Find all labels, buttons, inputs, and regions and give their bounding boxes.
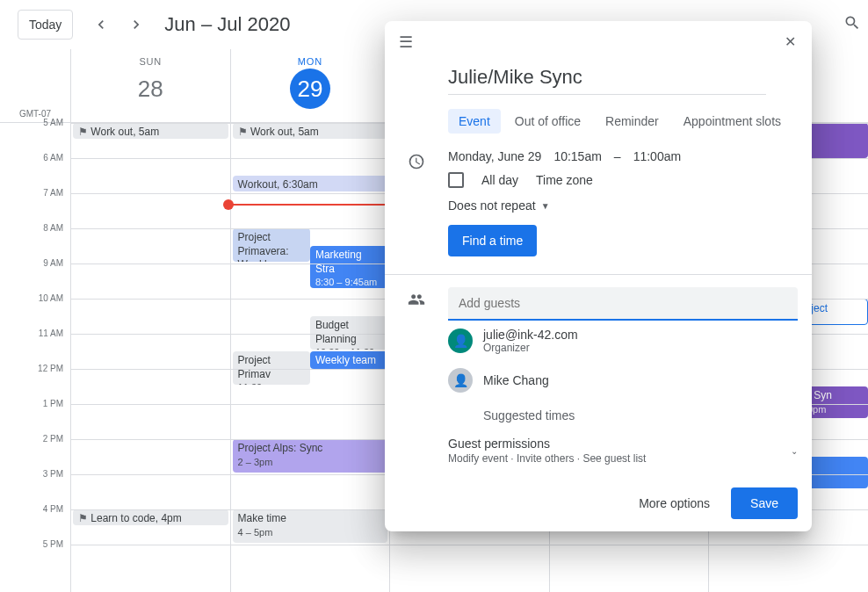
save-button[interactable]: Save (731, 487, 798, 519)
drag-handle-icon[interactable]: ☰ (395, 29, 416, 55)
guest-permissions-toggle[interactable]: Guest permissions Modify event · Invite … (448, 431, 798, 470)
avatar: 👤 (448, 328, 473, 353)
more-options-button[interactable]: More options (628, 487, 720, 519)
day-name: MON (231, 56, 390, 67)
timezone-label: GMT-07 (0, 49, 70, 122)
guest-row[interactable]: 👤 Mike Chang (448, 361, 798, 400)
prev-arrow[interactable] (87, 11, 115, 39)
hour-label: 5 PM (0, 539, 70, 574)
hour-label: 11 AM (0, 328, 70, 364)
hour-label: 6 AM (0, 153, 70, 188)
search-icon[interactable] (843, 14, 861, 35)
perms-title: Guest permissions (448, 437, 646, 451)
suggested-times[interactable]: Suggested times (448, 400, 798, 431)
people-icon (408, 291, 425, 308)
event-end[interactable]: 11:00am (633, 149, 681, 163)
next-arrow[interactable] (122, 11, 150, 39)
clock-icon (408, 153, 425, 170)
guest-email: julie@ink-42.com (483, 328, 578, 342)
tab-event[interactable]: Event (448, 109, 501, 134)
event-workout-sun[interactable]: Work out, 5am (73, 123, 228, 139)
hour-label: 5 AM (0, 118, 70, 153)
allday-label: All day (481, 173, 518, 187)
date-range[interactable]: Jun – Jul 2020 (164, 13, 290, 36)
event-learn[interactable]: Learn to code, 4pm (73, 509, 228, 525)
event-teamsync[interactable]: Weekly team s (310, 351, 387, 369)
recurrence-select[interactable]: Does not repeat ▼ (448, 199, 798, 213)
allday-checkbox[interactable] (448, 172, 464, 188)
hour-label: 2 PM (0, 434, 70, 469)
add-guests-input[interactable] (448, 287, 798, 321)
day-num[interactable]: 29 (290, 69, 330, 109)
hour-label: 9 AM (0, 258, 70, 293)
avatar: 👤 (448, 368, 473, 393)
hour-label: 12 PM (0, 364, 70, 399)
tab-slots[interactable]: Appointment slots (673, 109, 792, 134)
event-workout-mon[interactable]: Work out, 5am (233, 123, 388, 139)
event-primavera2[interactable]: Project Primav11:30am – 12:30pm (233, 351, 310, 385)
event-date[interactable]: Monday, June 29 (448, 149, 541, 163)
event-marketing[interactable]: Marketing Stra8:30 – 9:45am (310, 246, 387, 288)
chevron-left-icon (92, 16, 110, 33)
chevron-right-icon (127, 16, 145, 33)
guest-row[interactable]: 👤 julie@ink-42.com Organizer (448, 321, 798, 361)
event-start[interactable]: 10:15am (553, 149, 601, 163)
event-make[interactable]: Make time4 – 5pm (233, 509, 388, 543)
day-name: SUN (71, 56, 230, 67)
find-time-button[interactable]: Find a time (448, 225, 537, 256)
perms-sub: Modify event · Invite others · See guest… (448, 452, 646, 465)
hour-label: 8 AM (0, 223, 70, 258)
day-header-sun[interactable]: SUN 28 (70, 49, 230, 122)
chevron-down-icon: ▼ (541, 201, 550, 211)
guest-name: Mike Chang (483, 373, 549, 387)
tab-reminder[interactable]: Reminder (595, 109, 669, 134)
event-budget[interactable]: Budget Planning10:30 – 11:30a (310, 316, 387, 350)
hour-label: 3 PM (0, 469, 70, 504)
tab-ooo[interactable]: Out of office (504, 109, 591, 134)
hour-label: 4 PM (0, 504, 70, 539)
chevron-down-icon: ⌄ (791, 446, 798, 456)
today-button[interactable]: Today (18, 10, 73, 40)
event-primavera-weekly[interactable]: Project Primavera: Weekly8 – 9am (233, 228, 310, 262)
close-icon[interactable]: ✕ (779, 28, 801, 55)
hour-label: 1 PM (0, 399, 70, 434)
time-sep: – (614, 149, 621, 163)
guest-role: Organizer (483, 342, 578, 354)
event-workout2[interactable]: Workout, 6:30am (233, 176, 388, 191)
hour-label: 10 AM (0, 293, 70, 328)
day-header-mon[interactable]: MON 29 (230, 49, 390, 122)
event-title-input[interactable] (448, 62, 766, 95)
day-num[interactable]: 28 (130, 69, 170, 109)
now-indicator (228, 204, 387, 206)
event-alps[interactable]: Project Alps: Sync2 – 3pm (233, 439, 388, 473)
event-create-modal: ☰ ✕ Event Out of office Reminder Appoint… (385, 21, 812, 531)
timezone-link[interactable]: Time zone (536, 173, 593, 187)
hour-label: 7 AM (0, 188, 70, 223)
